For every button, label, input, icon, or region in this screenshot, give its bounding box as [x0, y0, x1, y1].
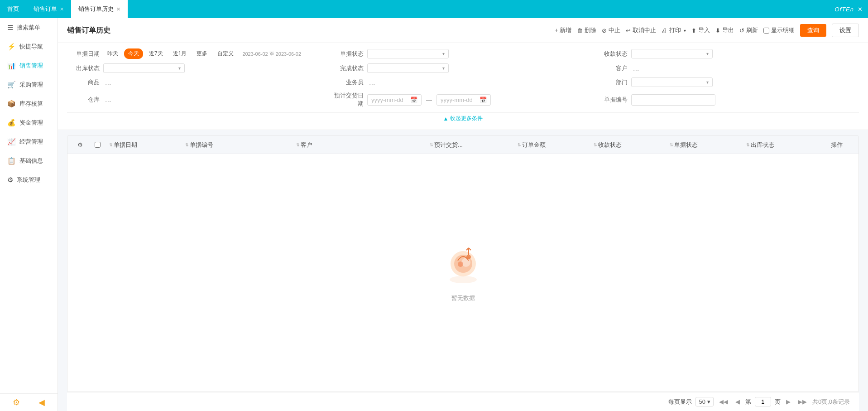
date-quick-btn-更多[interactable]: 更多: [192, 48, 211, 59]
tab-close-icon[interactable]: ✕: [60, 6, 64, 12]
import-icon: ⬆: [691, 27, 696, 34]
page-input[interactable]: [755, 397, 771, 406]
show-detail-checkbox[interactable]: 显示明细: [763, 26, 795, 34]
pagination-bar: 每页显示 50 ▾ ◀◀ ◀ 第 页 ▶ ▶▶ 共0页,0条记录: [67, 392, 859, 411]
calendar-icon-start[interactable]: 📅: [410, 97, 417, 103]
receipt-status-select[interactable]: ▾: [631, 49, 713, 58]
order-status-select[interactable]: ▾: [367, 49, 449, 58]
sort-icon-receipt[interactable]: ⇅: [594, 143, 597, 147]
sidebar-item-purchase-mgmt[interactable]: 🛒采购管理: [0, 75, 58, 94]
stop-button[interactable]: ⊘ 中止: [602, 26, 620, 34]
tab-list: 首页销售订单✕销售订单历史✕: [0, 0, 834, 18]
th-delivery: ⇅ 预计交货...: [426, 141, 514, 149]
sort-icon-date[interactable]: ⇅: [109, 143, 113, 147]
query-button[interactable]: 查询: [800, 24, 826, 37]
import-button[interactable]: ⬆ 导入: [691, 26, 710, 34]
date-quick-btn-近1月[interactable]: 近1月: [169, 48, 191, 59]
sidebar-label-basic-info: 基础信息: [19, 157, 43, 165]
th-customer-label: 客户: [301, 141, 312, 149]
per-page-label: 每页显示: [668, 398, 692, 406]
export-icon: ⬇: [715, 27, 720, 34]
sidebar-settings-btn[interactable]: ⚙: [13, 397, 20, 407]
show-detail-input[interactable]: [763, 28, 769, 34]
settings-icon[interactable]: ⚙: [77, 141, 83, 148]
warehouse-dots[interactable]: ...: [103, 96, 113, 104]
sidebar-item-inventory-check[interactable]: 📦库存核算: [0, 94, 58, 113]
tab-close-icon[interactable]: ✕: [116, 6, 120, 12]
per-page-select[interactable]: 50 ▾: [695, 397, 713, 406]
content-area: 销售订单历史 + 新增 🗑 删除 ⊘ 中止 ↩ 取消中止 🖨 打印: [58, 18, 868, 411]
sidebar-item-capital-mgmt[interactable]: 💰资金管理: [0, 113, 58, 132]
sidebar-bottom: ⚙ ◀: [0, 393, 58, 411]
expected-date-end[interactable]: yyyy-mm-dd 📅: [436, 94, 491, 106]
complete-status-label: 完成状态: [331, 64, 367, 73]
th-receipt-label: 收款状态: [598, 141, 622, 149]
dept-chevron: ▾: [706, 80, 709, 85]
refresh-label: 刷新: [746, 26, 758, 34]
customer-dots[interactable]: ...: [631, 64, 641, 73]
goods-dots[interactable]: ...: [103, 78, 113, 87]
cancel-stop-button[interactable]: ↩ 取消中止: [626, 26, 656, 34]
first-page-btn[interactable]: ◀◀: [717, 397, 730, 406]
expected-date-start[interactable]: yyyy-mm-dd 📅: [367, 94, 422, 106]
tab-home[interactable]: 首页: [0, 0, 26, 18]
sidebar-icon-quick-nav: ⚡: [7, 43, 16, 51]
select-all-checkbox[interactable]: [95, 142, 101, 148]
complete-status-select[interactable]: ▾: [367, 63, 449, 73]
sidebar-icon-sales-mgmt: 📊: [7, 62, 16, 70]
settings-button[interactable]: 设置: [832, 24, 859, 37]
sidebar-item-search-menu[interactable]: ☰搜索菜单: [0, 18, 58, 37]
date-quick-btn-自定义[interactable]: 自定义: [213, 48, 238, 59]
sidebar-icon-search-menu: ☰: [7, 24, 13, 32]
print-button[interactable]: 🖨 打印: [662, 26, 686, 34]
sort-icon-delivery[interactable]: ⇅: [430, 143, 433, 147]
top-close-icon[interactable]: ✕: [858, 6, 863, 13]
sort-icon-code[interactable]: ⇅: [185, 143, 189, 147]
delete-button[interactable]: 🗑 删除: [577, 26, 596, 34]
date-label: 单据日期: [67, 50, 103, 58]
sidebar-collapse-btn[interactable]: ◀: [38, 397, 45, 407]
date-quick-btn-昨天[interactable]: 昨天: [103, 48, 122, 59]
table-wrapper: ⚙ ⇅ 单据日期 ⇅ 单据编号 ⇅ 客户: [67, 135, 859, 392]
th-action-label: 操作: [831, 141, 843, 149]
th-amount: ⇅ 订单金额: [514, 141, 590, 149]
page-label-before: 第: [745, 398, 751, 406]
salesman-dots[interactable]: ...: [367, 78, 377, 87]
sort-icon-customer[interactable]: ⇅: [296, 143, 300, 147]
calendar-icon-end[interactable]: 📅: [480, 97, 487, 103]
sidebar-item-sys-mgmt[interactable]: ⚙系统管理: [0, 170, 58, 189]
tab-label: 销售订单历史: [78, 5, 114, 13]
order-status-control: ▾: [367, 49, 595, 58]
warehouse-control: ...: [103, 96, 331, 104]
dept-select[interactable]: ▾: [631, 77, 713, 87]
tab-sales-order[interactable]: 销售订单✕: [26, 0, 71, 18]
date-filter-control: 昨天今天近7天近1月更多自定义 2023-06-02 至 2023-06-02: [103, 48, 331, 59]
sidebar-label-capital-mgmt: 资金管理: [19, 119, 43, 127]
prev-page-btn[interactable]: ◀: [734, 397, 742, 406]
export-button[interactable]: ⬇ 导出: [715, 26, 734, 34]
sort-icon-amount[interactable]: ⇅: [518, 143, 521, 147]
last-page-btn[interactable]: ▶▶: [796, 397, 809, 406]
sidebar-label-search-menu: 搜索菜单: [17, 24, 40, 32]
date-quick-btn-近7天[interactable]: 近7天: [145, 48, 167, 59]
refresh-button[interactable]: ↺ 刷新: [739, 26, 758, 34]
th-receipt: ⇅ 收款状态: [590, 141, 666, 149]
order-no-input[interactable]: [631, 94, 715, 106]
goods-label: 商品: [67, 78, 103, 87]
tab-sales-order-history[interactable]: 销售订单历史✕: [71, 0, 128, 18]
stock-out-select[interactable]: ▾: [103, 63, 185, 73]
next-page-btn[interactable]: ▶: [784, 397, 792, 406]
sidebar-item-quick-nav[interactable]: ⚡快捷导航: [0, 37, 58, 56]
date-quick-btn-今天[interactable]: 今天: [124, 48, 143, 59]
sort-icon-stock[interactable]: ⇅: [746, 143, 750, 147]
th-settings[interactable]: ⚙: [71, 141, 89, 148]
new-button[interactable]: + 新增: [555, 26, 571, 34]
collapse-button[interactable]: ▲ 收起更多条件: [67, 112, 859, 124]
sidebar-item-ops-mgmt[interactable]: 📈经营管理: [0, 132, 58, 151]
page-header: 销售订单历史 + 新增 🗑 删除 ⊘ 中止 ↩ 取消中止 🖨 打印: [58, 18, 868, 43]
sidebar-item-basic-info[interactable]: 📋基础信息: [0, 151, 58, 170]
warehouse-label: 仓库: [67, 96, 103, 104]
sidebar-item-sales-mgmt[interactable]: 📊销售管理: [0, 56, 58, 75]
sort-icon-status[interactable]: ⇅: [670, 143, 673, 147]
customer-control: ...: [631, 64, 859, 73]
